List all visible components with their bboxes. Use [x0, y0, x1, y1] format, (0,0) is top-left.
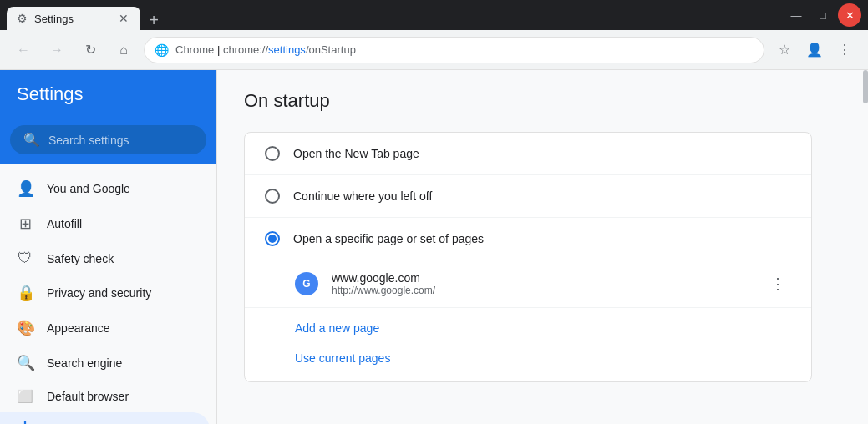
autofill-icon: ⊞: [17, 215, 33, 233]
sidebar-item-autofill[interactable]: ⊞ Autofill: [0, 206, 210, 241]
url-settings-part: settings: [268, 43, 306, 56]
sidebar-label-default-browser: Default browser: [47, 390, 129, 403]
sidebar-item-appearance[interactable]: 🎨 Appearance: [0, 310, 210, 346]
url-bar[interactable]: 🌐 Chrome | chrome://settings/onStartup: [144, 37, 764, 63]
main-layout: Settings 🔍 👤 You and Google ⊞ Autofill 🛡…: [0, 70, 868, 424]
radio-new-tab[interactable]: [265, 146, 280, 161]
tab-close-button[interactable]: ✕: [117, 12, 130, 25]
url-path-suffix: /onStartup: [306, 43, 356, 56]
search-nav-icon: 🔍: [17, 354, 33, 372]
new-tab-button[interactable]: +: [144, 10, 164, 30]
minimize-button[interactable]: —: [784, 3, 808, 27]
home-icon: ⌂: [119, 43, 128, 58]
sidebar-nav: 👤 You and Google ⊞ Autofill 🛡 Safety che…: [0, 164, 216, 424]
site-info-icon: 🌐: [155, 43, 169, 57]
option-specific-page-label: Open a specific page or set of pages: [293, 232, 484, 245]
tab-title: Settings: [34, 13, 74, 25]
back-icon: ←: [17, 43, 30, 58]
card-actions: Add a new page Use current pages: [245, 308, 811, 381]
radio-continue[interactable]: [265, 189, 280, 204]
search-input[interactable]: [48, 134, 195, 147]
use-current-pages-link[interactable]: Use current pages: [295, 345, 791, 371]
address-actions: ☆ 👤 ⋮: [771, 37, 858, 63]
shield-icon: 🛡: [17, 250, 33, 267]
entry-menu-icon: ⋮: [770, 275, 785, 293]
chrome-menu-button[interactable]: ⋮: [831, 37, 858, 63]
option-specific-page[interactable]: Open a specific page or set of pages: [245, 218, 811, 260]
url-display: Chrome | chrome://settings/onStartup: [175, 43, 754, 56]
url-chrome-label: Chrome: [175, 43, 214, 56]
sidebar-label-appearance: Appearance: [47, 321, 110, 335]
url-separator: |: [217, 43, 223, 56]
content-inner: On startup Open the New Tab page Continu…: [217, 70, 868, 402]
page-title: On startup: [244, 90, 841, 112]
sidebar-item-safety-check[interactable]: 🛡 Safety check: [0, 241, 210, 275]
content-scrollbar-thumb: [863, 70, 868, 103]
title-bar: ⚙ Settings ✕ + — □ ✕: [0, 0, 868, 30]
menu-dots-icon: ⋮: [838, 42, 851, 58]
browser-icon: ⬜: [17, 389, 33, 404]
add-new-page-link[interactable]: Add a new page: [295, 315, 791, 341]
back-button[interactable]: ←: [10, 37, 37, 63]
content-scrollbar[interactable]: [861, 70, 868, 424]
bookmark-button[interactable]: ☆: [771, 37, 798, 63]
home-button[interactable]: ⌂: [110, 37, 137, 63]
site-name: www.google.com: [332, 271, 751, 285]
option-continue[interactable]: Continue where you left off: [245, 175, 811, 218]
power-icon: ⏻: [17, 421, 33, 424]
option-new-tab[interactable]: Open the New Tab page: [245, 133, 811, 175]
address-bar: ← → ↻ ⌂ 🌐 Chrome | chrome://settings/onS…: [0, 30, 868, 70]
option-new-tab-label: Open the New Tab page: [293, 147, 419, 160]
window-controls: — □ ✕: [784, 3, 861, 27]
sidebar-item-search-engine[interactable]: 🔍 Search engine: [0, 346, 210, 381]
close-button[interactable]: ✕: [838, 3, 861, 27]
profile-icon: 👤: [806, 42, 823, 58]
google-site-icon: G: [295, 272, 318, 295]
search-icon: 🔍: [23, 132, 40, 148]
settings-title: Settings: [17, 83, 84, 104]
sidebar-item-on-startup[interactable]: ⏻ On startup: [0, 412, 210, 424]
active-tab[interactable]: ⚙ Settings ✕: [7, 7, 140, 30]
sidebar: Settings 🔍 👤 You and Google ⊞ Autofill 🛡…: [0, 70, 217, 424]
sidebar-item-default-browser[interactable]: ⬜ Default browser: [0, 381, 210, 412]
content-area: On startup Open the New Tab page Continu…: [217, 70, 868, 424]
options-card: Open the New Tab page Continue where you…: [244, 132, 812, 382]
palette-icon: 🎨: [17, 319, 33, 337]
sidebar-item-privacy-security[interactable]: 🔒 Privacy and security: [0, 275, 210, 310]
sidebar-label-you-and-google: You and Google: [47, 182, 130, 195]
site-info: www.google.com http://www.google.com/: [332, 271, 751, 296]
google-entry-row: G www.google.com http://www.google.com/ …: [245, 260, 811, 308]
radio-specific-page[interactable]: [265, 231, 280, 246]
entry-menu-button[interactable]: ⋮: [764, 270, 791, 297]
site-url: http://www.google.com/: [332, 285, 751, 296]
sidebar-label-autofill: Autofill: [47, 217, 82, 230]
forward-button[interactable]: →: [43, 37, 70, 63]
profile-button[interactable]: 👤: [801, 37, 828, 63]
sidebar-label-search-engine: Search engine: [47, 356, 122, 370]
refresh-button[interactable]: ↻: [77, 37, 104, 63]
google-icon-letter: G: [302, 278, 310, 290]
refresh-icon: ↻: [85, 42, 96, 58]
gear-icon: ⚙: [17, 12, 28, 25]
sidebar-label-privacy-security: Privacy and security: [47, 286, 151, 300]
forward-icon: →: [50, 43, 63, 58]
person-icon: 👤: [17, 179, 33, 198]
maximize-button[interactable]: □: [811, 3, 835, 27]
option-continue-label: Continue where you left off: [293, 189, 432, 203]
lock-icon: 🔒: [17, 284, 33, 302]
star-icon: ☆: [779, 42, 790, 58]
url-scheme: chrome://: [223, 43, 268, 56]
radio-inner-dot: [268, 235, 277, 243]
settings-search-bar[interactable]: 🔍: [10, 125, 206, 154]
tab-bar: ⚙ Settings ✕ +: [7, 0, 164, 30]
sidebar-item-you-and-google[interactable]: 👤 You and Google: [0, 171, 210, 206]
sidebar-header: Settings: [0, 70, 216, 119]
sidebar-label-safety-check: Safety check: [47, 252, 114, 265]
